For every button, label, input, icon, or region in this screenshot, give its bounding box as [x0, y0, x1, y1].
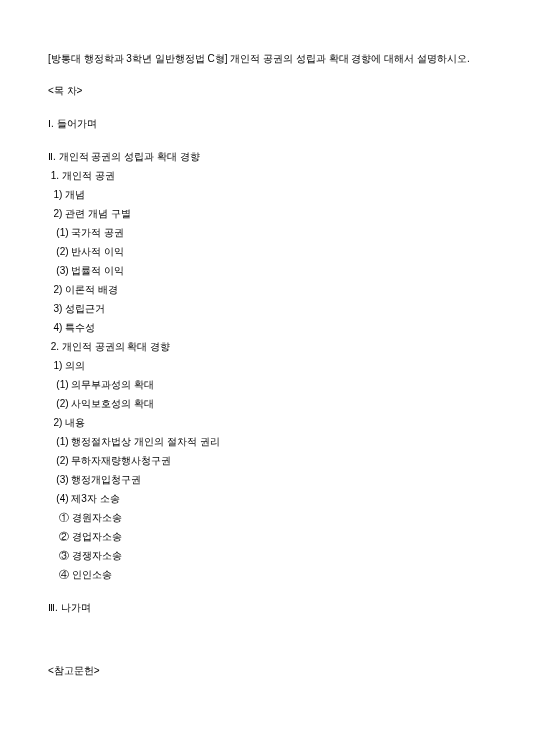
- toc-subitem: (4) 제3자 소송: [48, 489, 485, 508]
- section-3-header: Ⅲ. 나가며: [48, 598, 485, 617]
- toc-item: 4) 특수성: [48, 318, 485, 337]
- toc-item: 1) 개념: [48, 185, 485, 204]
- toc-subsubitem: ① 경원자소송: [48, 508, 485, 527]
- references-header: <참고문헌>: [48, 661, 485, 680]
- toc-subitem: (3) 행정개입청구권: [48, 470, 485, 489]
- toc-subsubitem: ③ 경쟁자소송: [48, 546, 485, 565]
- toc-item: 1. 개인적 공권: [48, 166, 485, 185]
- section-spacer: [48, 631, 485, 645]
- toc-header: <목 차>: [48, 81, 485, 100]
- section-spacer: [48, 584, 485, 598]
- toc-item: 3) 성립근거: [48, 299, 485, 318]
- toc-subitem: (1) 의무부과성의 확대: [48, 375, 485, 394]
- toc-subitem: (2) 사익보호성의 확대: [48, 394, 485, 413]
- toc-subsubitem: ② 경업자소송: [48, 527, 485, 546]
- section-spacer: [48, 133, 485, 147]
- section-2-header: Ⅱ. 개인적 공권의 성립과 확대 경향: [48, 147, 485, 166]
- toc-item: 2) 관련 개념 구별: [48, 204, 485, 223]
- section-spacer: [48, 617, 485, 631]
- toc-subitem: (2) 반사적 이익: [48, 242, 485, 261]
- section-1-header: Ⅰ. 들어가며: [48, 114, 485, 133]
- toc-subsubitem: ④ 인인소송: [48, 565, 485, 584]
- toc-subitem: (1) 행정절차법상 개인의 절차적 권리: [48, 432, 485, 451]
- toc-item: 2. 개인적 공권의 확대 경향: [48, 337, 485, 356]
- toc-subitem: (2) 무하자재량행사청구권: [48, 451, 485, 470]
- toc-item: 2) 내용: [48, 413, 485, 432]
- toc-item: 2) 이론적 배경: [48, 280, 485, 299]
- toc-subitem: (1) 국가적 공권: [48, 223, 485, 242]
- toc-item: 1) 의의: [48, 356, 485, 375]
- toc-subitem: (3) 법률적 이익: [48, 261, 485, 280]
- document-title: [방통대 행정학과 3학년 일반행정법 C형] 개인적 공권의 성립과 확대 경…: [48, 50, 485, 67]
